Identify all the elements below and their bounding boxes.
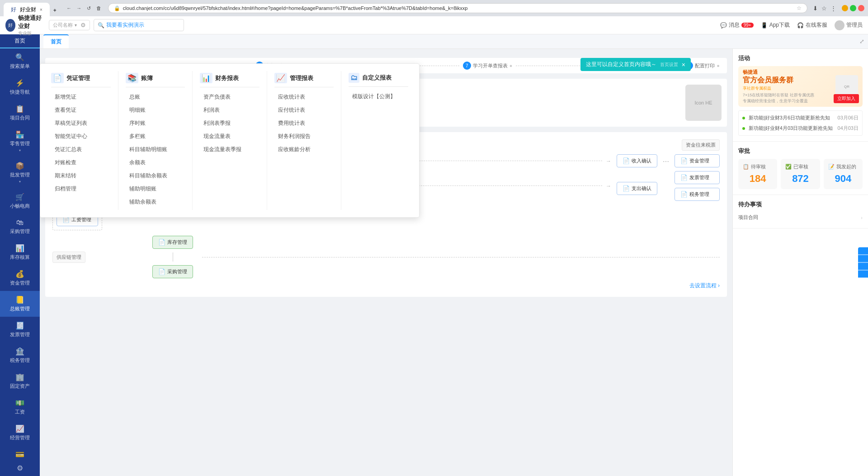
- expand-screen-icon[interactable]: ⤢: [859, 38, 864, 45]
- user-btn[interactable]: 管理员: [835, 20, 863, 30]
- sidebar-item-tax[interactable]: 🏦 税务管理: [0, 343, 40, 368]
- dropdown-item-balance[interactable]: 余额表: [126, 157, 185, 169]
- tab-home[interactable]: 首页: [43, 34, 69, 48]
- mine-icon: 📝: [828, 164, 835, 170]
- dropdown-item-profit[interactable]: 利润表: [200, 104, 259, 116]
- desktop-shortcut-btn[interactable]: 桌面快捷: [858, 271, 868, 278]
- download-icon[interactable]: ⬇: [813, 5, 818, 12]
- dropdown-item-new-voucher[interactable]: 新增凭证: [51, 91, 111, 103]
- dropdown-item-smart-voucher[interactable]: 智能凭证中心: [51, 130, 111, 143]
- dropdown-item-detail-ledger[interactable]: 明细账: [126, 104, 185, 116]
- dropdown-item-cashflow[interactable]: 现金流量表: [200, 130, 259, 143]
- approval-card-mine[interactable]: 📝 我发起的 904: [824, 159, 863, 189]
- financial-report-section-title: 财务报表: [215, 74, 239, 82]
- maximize-btn[interactable]: [850, 5, 856, 11]
- sidebar-item-invoice[interactable]: 🧾 发票管理: [0, 317, 40, 343]
- dropdown-item-archive[interactable]: 归档管理: [51, 183, 111, 195]
- dropdown-item-multi-col[interactable]: 多栏账: [126, 130, 185, 143]
- income-confirm-node[interactable]: 📄 收入确认: [617, 154, 657, 167]
- dropdown-item-payable[interactable]: 应付统计表: [274, 104, 334, 116]
- settings-icon[interactable]: ⚙: [80, 22, 86, 29]
- sidebar-item-expense[interactable]: 💳 小畅报销: [0, 446, 40, 460]
- tax-mgmt-node[interactable]: 📄 税务管理: [675, 188, 720, 201]
- sidebar-settings-btn[interactable]: ⚙: [17, 464, 23, 472]
- demo-search[interactable]: 🔍 我要看实例演示: [94, 19, 184, 31]
- dropdown-item-aux-balance[interactable]: 辅助余额表: [126, 196, 185, 208]
- sidebar-item-search[interactable]: 🔍 搜索菜单: [0, 48, 40, 74]
- dropdown-item-aux-detail[interactable]: 辅助明细账: [126, 183, 185, 195]
- approval-card-approved[interactable]: ✅ 已审核 872: [781, 159, 820, 189]
- sidebar-item-label: 总账管理: [10, 305, 30, 312]
- dropdown-item-balance-sheet[interactable]: 资产负债表: [200, 91, 259, 103]
- purchase-label: 采购管理: [167, 268, 187, 275]
- join-btn[interactable]: 立即加入: [834, 94, 859, 103]
- sidebar-item-purchase[interactable]: 🛍 采购管理: [0, 214, 40, 239]
- inventory-icon: 📊: [15, 244, 24, 252]
- dropdown-item-draft-voucher[interactable]: 草稿凭证列表: [51, 117, 111, 129]
- news-item-1[interactable]: 新功能|好业财3月6日功能更新抢先知 03月06日: [742, 113, 859, 123]
- dropdown-item-period-close[interactable]: 期末结转: [51, 170, 111, 182]
- banner-close-btn[interactable]: ×: [682, 61, 685, 68]
- dropdown-item-view-voucher[interactable]: 查看凭证: [51, 104, 111, 116]
- sidebar-item-retail[interactable]: 🏪 零售管理 ▾: [0, 126, 40, 157]
- progress-step-7[interactable]: 7 学习开单查报表 ●: [463, 62, 513, 70]
- app-download-btn[interactable]: 📱 App下载: [761, 21, 790, 29]
- approval-card-pending[interactable]: 📋 待审核 184: [738, 159, 777, 189]
- news-item-2[interactable]: 新功能|好业财4月03日功能更新抢先知 04月03日: [742, 123, 859, 133]
- dropdown-item-account-balance[interactable]: 科目辅助余额表: [126, 170, 185, 182]
- setup-flow-link[interactable]: 去设置流程 ›: [689, 282, 720, 289]
- main-content: 这里可以自定义首页内容哦～ 首页设置 × 开始日期 ● 6 完善期初 ●: [40, 49, 868, 476]
- message-btn[interactable]: 💬 消息 99+: [720, 21, 754, 29]
- invoice-mgmt-node[interactable]: 📄 发票管理: [675, 171, 720, 184]
- dropdown-item-reconcile[interactable]: 对账检查: [51, 157, 111, 169]
- service-btn[interactable]: 🎧 在线客服: [797, 21, 827, 29]
- sidebar-item-wholesale[interactable]: 📦 批发管理 ▾: [0, 157, 40, 188]
- sidebar-item-inventory[interactable]: 📊 库存核算: [0, 239, 40, 265]
- sidebar-item-fund[interactable]: 💰 资金管理: [0, 265, 40, 291]
- address-bar[interactable]: 🔒 cloud.chanjet.com/cc/u6d89qwnryel/57bf…: [108, 3, 807, 13]
- new-tab-btn[interactable]: +: [50, 5, 60, 16]
- refresh-btn[interactable]: ↺: [85, 5, 93, 12]
- fund-mgmt-icon: 📄: [680, 157, 688, 164]
- expense-confirm-node[interactable]: 📄 支出确认: [617, 182, 657, 195]
- icon-he-1[interactable]: Icon HE: [685, 85, 722, 121]
- dropdown-item-aging[interactable]: 应收账龄分析: [274, 143, 334, 156]
- dropdown-item-chronological[interactable]: 序时账: [126, 117, 185, 129]
- close-btn[interactable]: [858, 5, 864, 11]
- activity-main: 官方会员服务群: [743, 76, 814, 85]
- inventory-node[interactable]: 📄 库存管理: [152, 236, 193, 249]
- dropdown-item-template-design[interactable]: 模版设计【公测】: [349, 90, 408, 103]
- dropdown-item-cashflow-quarterly[interactable]: 现金流量表季报: [200, 143, 259, 156]
- fund-mgmt-node[interactable]: 📄 资金管理: [675, 154, 720, 167]
- dropdown-item-expense-stats[interactable]: 费用统计表: [274, 117, 334, 129]
- sidebar-item-mgmt[interactable]: 📈 经营管理: [0, 420, 40, 446]
- help-center-btn[interactable]: 帮助中心: [858, 248, 868, 255]
- dropdown-item-general-ledger[interactable]: 总账: [126, 91, 185, 103]
- purchase-node[interactable]: 📄 采购管理: [152, 265, 193, 278]
- sidebar-item-fixed-assets[interactable]: 🏢 固定资产: [0, 368, 40, 394]
- company-selector[interactable]: 公司名称 ▾ ⚙: [49, 20, 90, 30]
- more-icon[interactable]: ⋮: [830, 5, 836, 12]
- dropdown-item-account-detail[interactable]: 科目辅助明细账: [126, 143, 185, 156]
- sidebar-item-ledger[interactable]: 📒 总账管理: [0, 291, 40, 317]
- tab-close-btn[interactable]: ×: [40, 7, 42, 12]
- todo-item-project[interactable]: 项目合同 ›: [738, 212, 863, 223]
- minimize-btn[interactable]: [842, 5, 848, 11]
- forward-btn[interactable]: →: [75, 5, 83, 12]
- bookmark-icon[interactable]: ☆: [821, 5, 827, 12]
- sidebar-item-label: 快捷导航: [10, 89, 30, 95]
- sidebar-item-ecommerce[interactable]: 🛒 小畅电商: [0, 188, 40, 214]
- sidebar-item-project-contract[interactable]: 📋 项目合同: [0, 100, 40, 126]
- dropdown-item-profit-quarterly[interactable]: 利润表季报: [200, 117, 259, 129]
- community-btn[interactable]: 服务社区: [858, 263, 868, 270]
- sidebar-item-salary[interactable]: 💵 工资: [0, 394, 40, 420]
- delete-btn[interactable]: 🗑: [95, 5, 103, 12]
- dropdown-item-voucher-summary[interactable]: 凭证汇总表: [51, 143, 111, 156]
- back-btn[interactable]: ←: [66, 5, 73, 12]
- sidebar-tab-home[interactable]: 首页: [0, 34, 40, 48]
- dropdown-item-receivable[interactable]: 应收统计表: [274, 91, 334, 103]
- star-icon[interactable]: ☆: [797, 5, 802, 11]
- dropdown-item-finance-profit[interactable]: 财务利润报告: [274, 130, 334, 143]
- sidebar-item-quick-nav[interactable]: ⚡ 快捷导航: [0, 74, 40, 100]
- hotline-btn[interactable]: 客服热线: [858, 255, 868, 262]
